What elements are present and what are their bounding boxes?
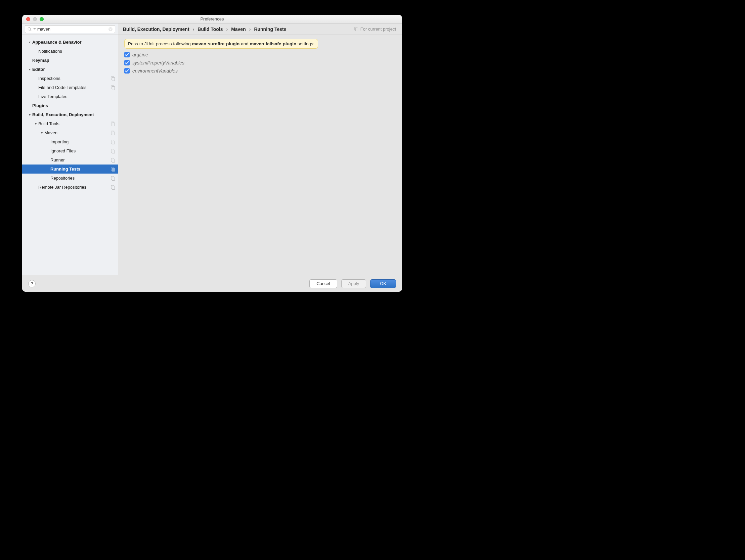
project-scope-icon [354,27,358,31]
search-scope-dropdown-icon[interactable] [33,28,36,30]
minimize-window-button[interactable] [33,17,37,21]
zoom-window-button[interactable] [40,17,44,21]
callout-text: and [239,41,250,46]
sidebar[interactable]: ▾Appearance & BehaviorNotificationsKeyma… [22,35,118,275]
svg-line-1 [30,30,31,31]
sidebar-item-maven[interactable]: ▾Maven [22,128,118,137]
sidebar-item-editor[interactable]: ▾Editor [22,65,118,74]
sidebar-item-label: Inspections [38,76,109,81]
scope-indicator: For current project [354,24,396,35]
sidebar-item-label: Remote Jar Repositories [38,185,109,190]
svg-rect-6 [112,77,115,80]
sidebar-item-inspections[interactable]: Inspections [22,74,118,83]
sidebar-item-label: Build Tools [38,121,109,126]
search-icon [27,27,32,32]
svg-rect-4 [355,28,358,31]
sidebar-item-file-and-code-templates[interactable]: File and Code Templates [22,83,118,92]
sidebar-item-repositories[interactable]: Repositories [22,173,118,183]
chevron-down-icon[interactable]: ▾ [27,113,32,117]
callout-plugin-2: maven-failsafe-plugin [250,41,296,46]
project-scope-icon [110,158,115,163]
search-wrap [22,24,118,35]
svg-rect-12 [112,132,115,135]
content-pane: Pass to JUnit process following maven-su… [118,35,402,275]
sidebar-item-appearance-behavior[interactable]: ▾Appearance & Behavior [22,38,118,47]
window-controls [22,17,44,21]
sidebar-item-label: Importing [51,139,109,144]
project-scope-icon [110,167,115,171]
breadcrumb-item[interactable]: Running Tests [254,27,286,32]
checkbox-systemPropertyVariables[interactable] [124,60,130,65]
chevron-down-icon[interactable]: ▾ [27,67,32,71]
option-label: systemPropertyVariables [132,60,185,65]
project-scope-icon [110,131,115,135]
svg-rect-10 [112,123,115,126]
apply-button[interactable]: Apply [341,279,366,288]
chevron-down-icon[interactable]: ▾ [33,122,38,126]
chevron-down-icon[interactable]: ▾ [27,40,32,44]
sidebar-item-label: Plugins [32,103,115,108]
sidebar-item-live-templates[interactable]: Live Templates [22,92,118,101]
option-label: argLine [132,52,148,57]
option-row-systemPropertyVariables: systemPropertyVariables [124,60,396,65]
search-input[interactable] [37,27,108,32]
clear-search-icon[interactable] [108,27,113,32]
sidebar-item-notifications[interactable]: Notifications [22,47,118,56]
titlebar: Preferences [22,15,402,24]
project-scope-icon [110,140,115,144]
sidebar-item-label: Repositories [51,175,109,180]
sidebar-item-label: Editor [32,67,115,72]
project-scope-icon [110,149,115,154]
sidebar-item-importing[interactable]: Importing [22,137,118,146]
svg-rect-24 [112,186,115,189]
sidebar-item-ignored-files[interactable]: Ignored Files [22,146,118,156]
close-window-button[interactable] [26,17,30,21]
sidebar-item-build-execution-deployment[interactable]: ▾Build, Execution, Deployment [22,110,118,119]
option-row-environmentVariables: environmentVariables [124,68,396,73]
sidebar-item-label: Ignored Files [51,149,109,154]
settings-callout: Pass to JUnit process following maven-su… [124,39,318,49]
svg-rect-8 [112,86,115,90]
sidebar-item-label: Live Templates [38,94,115,99]
sidebar-item-runner[interactable]: Runner [22,156,118,165]
sidebar-item-label: Keymap [32,58,115,63]
search-box[interactable] [25,25,115,33]
callout-plugin-1: maven-surefire-plugin [192,41,240,46]
options-list: argLinesystemPropertyVariablesenvironmen… [124,52,396,73]
checkbox-environmentVariables[interactable] [124,68,130,73]
ok-button[interactable]: OK [370,279,396,288]
sidebar-item-build-tools[interactable]: ▾Build Tools [22,119,118,128]
project-scope-icon [110,76,115,81]
sidebar-item-label: Notifications [38,49,115,54]
chevron-right-icon: › [193,27,194,32]
sidebar-item-label: Maven [44,130,109,135]
callout-text: settings: [296,41,314,46]
sidebar-item-label: Build, Execution, Deployment [32,112,115,117]
project-scope-icon [110,185,115,190]
chevron-down-icon[interactable]: ▾ [39,131,44,135]
svg-point-0 [28,28,31,30]
sidebar-item-remote-jar-repositories[interactable]: Remote Jar Repositories [22,183,118,192]
svg-rect-14 [112,141,115,144]
breadcrumb-item[interactable]: Build, Execution, Deployment [123,27,189,32]
sidebar-item-label: Runner [51,158,109,163]
sidebar-item-label: File and Code Templates [38,85,109,90]
chevron-right-icon: › [249,27,251,32]
sidebar-item-running-tests[interactable]: Running Tests [22,165,118,173]
cancel-button[interactable]: Cancel [310,279,337,288]
breadcrumb-item[interactable]: Build Tools [197,27,223,32]
sidebar-item-keymap[interactable]: Keymap [22,56,118,65]
body: ▾Appearance & BehaviorNotificationsKeyma… [22,35,402,275]
sidebar-item-plugins[interactable]: Plugins [22,101,118,110]
breadcrumb-item[interactable]: Maven [231,27,246,32]
sidebar-item-label: Appearance & Behavior [32,40,115,45]
svg-rect-18 [112,159,115,162]
scope-label: For current project [360,27,396,32]
callout-text: Pass to JUnit process following [128,41,192,46]
option-label: environmentVariables [132,68,178,73]
project-scope-icon [110,176,115,180]
chevron-right-icon: › [226,27,228,32]
help-button[interactable]: ? [28,280,36,287]
svg-rect-16 [112,150,115,153]
checkbox-argLine[interactable] [124,52,130,57]
